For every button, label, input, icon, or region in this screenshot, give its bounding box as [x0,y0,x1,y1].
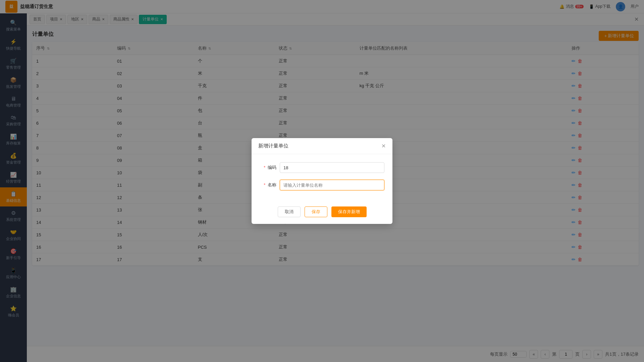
name-input[interactable] [280,180,384,190]
modal-header: 新增计量单位 ✕ [252,138,392,154]
code-input[interactable] [280,162,384,173]
modal-footer: 取消 保存 保存并新增 [252,202,392,224]
name-label: * 名称 [260,182,276,188]
save-button[interactable]: 保存 [305,206,327,217]
add-unit-modal: 新增计量单位 ✕ * 编码 * 名称 取消 保存 保存并新增 [252,138,392,224]
form-item-name: * 名称 [260,180,384,190]
required-mark-code: * [264,165,265,170]
modal-title: 新增计量单位 [258,143,288,149]
modal-close-button[interactable]: ✕ [381,143,386,149]
form-item-code: * 编码 [260,162,384,173]
code-label: * 编码 [260,165,276,171]
modal-body: * 编码 * 名称 [252,154,392,202]
save-and-new-button[interactable]: 保存并新增 [331,206,367,217]
cancel-button[interactable]: 取消 [278,206,301,217]
required-mark-name: * [264,182,265,187]
modal-overlay: 新增计量单位 ✕ * 编码 * 名称 取消 保存 保存并新增 [0,0,644,362]
